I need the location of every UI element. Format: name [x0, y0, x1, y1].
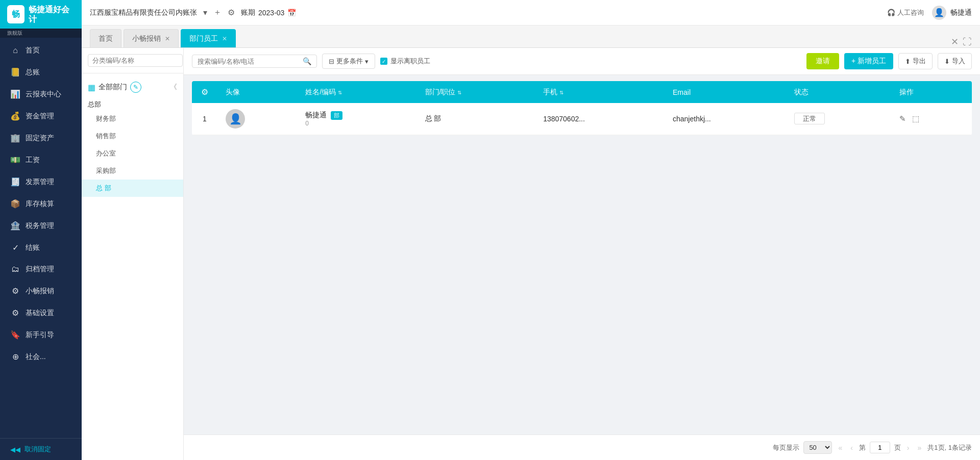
- add-employee-button[interactable]: + 新增员工: [844, 53, 893, 69]
- row-status: 正常: [786, 103, 891, 135]
- sidebar-item-payroll[interactable]: 💵 工资: [0, 149, 82, 171]
- filter-icon: ⊟: [329, 58, 334, 65]
- user-name: 畅捷通: [950, 8, 972, 17]
- invoice-icon: 🧾: [10, 177, 20, 187]
- dept-item-sales[interactable]: 销售部: [82, 127, 183, 145]
- inventory-icon: 📦: [10, 199, 20, 209]
- emp-code: 0: [305, 120, 408, 127]
- filter-button[interactable]: ⊟ 更多条件 ▾: [322, 54, 375, 69]
- user-info[interactable]: 👤 畅捷通: [932, 6, 972, 20]
- show-resigned-checkbox[interactable]: ✓ 显示离职员工: [380, 57, 430, 66]
- sidebar-bottom-label: 取消固定: [24, 445, 51, 454]
- sidebar-item-archive[interactable]: 🗂 归档管理: [0, 259, 82, 280]
- invite-button[interactable]: 邀请: [806, 53, 839, 69]
- header-left: 江西服宝精品有限责任公司内账张 ▾ ＋ ⚙ 账期 2023-03 📅: [90, 7, 296, 18]
- sort-dept-icon: ⇅: [457, 90, 461, 95]
- page-size-select[interactable]: 10 20 50 100: [803, 441, 832, 454]
- tab-expand-icon[interactable]: ⛶: [963, 37, 972, 47]
- sidebar-item-more[interactable]: ⊕ 社会...: [0, 346, 82, 368]
- sidebar-unpin-button[interactable]: ◀◀ 取消固定: [0, 438, 82, 460]
- sidebar-item-inventory[interactable]: 📦 库存核算: [0, 193, 82, 215]
- col-actions: 操作: [891, 81, 972, 103]
- guide-icon: 🔖: [10, 330, 20, 340]
- add-company-icon[interactable]: ＋: [213, 7, 222, 18]
- next-page-button[interactable]: ›: [905, 443, 912, 453]
- sidebar-item-label: 社会...: [26, 352, 46, 362]
- sort-name-icon: ⇅: [338, 90, 342, 95]
- show-resigned-label: 显示离职员工: [390, 57, 430, 66]
- tab-expense-label: 小畅报销: [132, 34, 161, 43]
- calendar-icon[interactable]: 📅: [287, 9, 296, 17]
- sidebar-item-fund-management[interactable]: 💰 资金管理: [0, 105, 82, 127]
- col-status: 状态: [786, 81, 891, 103]
- tab-expense[interactable]: 小畅报销 ✕: [124, 29, 179, 47]
- sidebar-item-new-guide[interactable]: 🔖 新手引导: [0, 324, 82, 346]
- dept-search-input[interactable]: [88, 54, 183, 67]
- col-name-code[interactable]: 姓名/编码 ⇅: [297, 81, 416, 103]
- dept-item-label: 总 部: [96, 184, 111, 192]
- row-actions: ✎ ⬚: [891, 103, 972, 135]
- dept-item-label: 办公室: [96, 149, 116, 157]
- sidebar-item-tax[interactable]: 🏦 税务管理: [0, 215, 82, 237]
- import-button[interactable]: ⬇ 导入: [938, 53, 972, 69]
- dept-edit-button[interactable]: ✎: [130, 82, 141, 93]
- dept-item-office[interactable]: 办公室: [82, 145, 183, 162]
- sidebar-item-period-end[interactable]: ✓ 结账: [0, 237, 82, 259]
- first-page-button[interactable]: «: [836, 443, 844, 453]
- dept-item-label: 采购部: [96, 167, 116, 174]
- filter-label: 更多条件: [336, 57, 363, 66]
- col-dept-position[interactable]: 部门/职位 ⇅: [417, 81, 535, 103]
- tab-dept-close-icon[interactable]: ✕: [222, 35, 227, 42]
- prev-page-button[interactable]: ‹: [848, 443, 855, 453]
- company-dropdown-icon[interactable]: ▾: [203, 8, 207, 17]
- company-name[interactable]: 江西服宝精品有限责任公司内账张: [90, 8, 197, 17]
- sidebar-item-fixed-assets[interactable]: 🏢 固定资产: [0, 127, 82, 149]
- dept-search-area: 🔍: [82, 48, 183, 73]
- dept-item-finance[interactable]: 财务部: [82, 110, 183, 127]
- tab-close-all-icon[interactable]: ✕: [951, 36, 959, 47]
- tab-expense-close-icon[interactable]: ✕: [165, 35, 170, 42]
- dept-item-purchase[interactable]: 采购部: [82, 162, 183, 180]
- sidebar-item-general-ledger[interactable]: 📒 总账: [0, 61, 82, 83]
- page-size-label: 每页显示: [773, 443, 799, 452]
- search-input[interactable]: [198, 58, 300, 65]
- dept-collapse-icon[interactable]: 《: [170, 83, 177, 92]
- settings-icon[interactable]: ⚙: [228, 8, 235, 17]
- dept-all-header[interactable]: ▦ 全部部门 ✎ 《: [82, 78, 183, 97]
- sidebar-item-label: 首页: [26, 46, 40, 55]
- sidebar-item-home[interactable]: ⌂ 首页: [0, 40, 82, 61]
- row-no: 1: [192, 103, 217, 135]
- toolbar-right: 邀请 + 新增员工 ⬆ 导出 ⬇ 导入: [806, 53, 972, 69]
- search-icon[interactable]: 🔍: [303, 57, 311, 65]
- sidebar-logo: 畅 畅捷通好会计: [0, 0, 82, 29]
- dept-panel: 🔍 ▦ 全部部门 ✎ 《 总部 财务部 销售部 办公室 采购部: [82, 48, 184, 460]
- current-page-prefix: 第: [859, 443, 866, 452]
- sidebar-item-report-center[interactable]: 📊 云报表中心: [0, 83, 82, 105]
- sidebar-item-invoice[interactable]: 🧾 发票管理: [0, 171, 82, 193]
- tab-dept-employee[interactable]: 部门员工 ✕: [181, 29, 236, 47]
- col-mobile[interactable]: 手机 ⇅: [535, 81, 665, 103]
- logout-employee-button[interactable]: ⬚: [912, 114, 919, 123]
- period-end-icon: ✓: [10, 243, 20, 252]
- sidebar-item-basic-settings[interactable]: ⚙ 基础设置: [0, 302, 82, 324]
- main-content: 🔍 ▦ 全部部门 ✎ 《 总部 财务部 销售部 办公室 采购部: [82, 48, 980, 460]
- page-number-input[interactable]: [870, 442, 890, 453]
- table-settings-icon[interactable]: ⚙: [201, 88, 208, 96]
- sidebar-item-label: 云报表中心: [26, 90, 61, 99]
- edit-employee-button[interactable]: ✎: [899, 114, 906, 123]
- export-button[interactable]: ⬆ 导出: [898, 53, 933, 69]
- sidebar-item-label: 税务管理: [26, 221, 54, 231]
- last-page-button[interactable]: »: [916, 443, 924, 453]
- tab-home[interactable]: 首页: [90, 29, 121, 47]
- home-icon: ⌂: [10, 46, 20, 55]
- dept-item-general[interactable]: 总 部: [82, 180, 183, 197]
- period-label: 账期: [241, 8, 255, 17]
- tab-dept-label: 部门员工: [189, 34, 218, 43]
- tab-home-label: 首页: [99, 34, 113, 43]
- dept-section-label: 总部: [82, 97, 183, 110]
- sidebar-item-expense[interactable]: ⚙ 小畅报销: [0, 280, 82, 302]
- archive-icon: 🗂: [10, 265, 20, 274]
- dept-item-label: 销售部: [96, 132, 116, 140]
- service-button[interactable]: 🎧 人工咨询: [887, 8, 924, 17]
- assets-icon: 🏢: [10, 133, 20, 143]
